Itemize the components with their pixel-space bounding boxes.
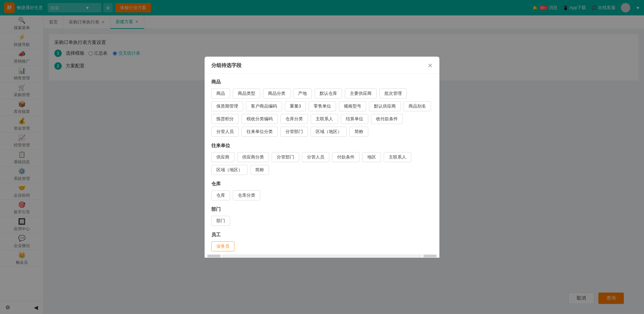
field-tag-shelf-life[interactable]: 保质期管理 xyxy=(211,101,243,111)
field-tag-warehouse[interactable]: 仓库 xyxy=(211,190,230,200)
field-tag-short-name-partner[interactable]: 简称 xyxy=(250,165,269,175)
field-tag-region-partner[interactable]: 区域（地区） xyxy=(211,165,248,175)
field-tag-default-warehouse[interactable]: 默认仓库 xyxy=(315,88,342,99)
field-tag-salesperson[interactable]: 业务员 xyxy=(211,241,234,251)
section-employee-tags: 业务员 xyxy=(211,241,433,251)
modal-title: 分组待选字段 xyxy=(211,62,241,69)
field-tag-retail-unit[interactable]: 零售单位 xyxy=(309,101,336,111)
field-tag-warehouse-category[interactable]: 仓库分类 xyxy=(280,114,308,124)
modal-hscroll[interactable] xyxy=(205,254,439,258)
section-employee-title: 员工 xyxy=(211,232,433,238)
section-goods-tags: 商品 商品类型 商品分类 产地 默认仓库 主要供应商 批次管理 保质期管理 客户… xyxy=(211,88,433,137)
field-tag-partner-category[interactable]: 往来单位分类 xyxy=(241,127,278,137)
modal-overlay: 分组待选字段 ✕ 商品 商品 商品类型 商品分类 产地 默认仓库 主要供应商 批… xyxy=(0,0,644,314)
field-tag-main-contact[interactable]: 主联系人 xyxy=(311,114,338,124)
field-tag-region-goods[interactable]: 区域（地区） xyxy=(311,127,347,137)
section-employee: 员工 业务员 xyxy=(211,232,433,251)
field-tag-warehouse-cat[interactable]: 仓库分类 xyxy=(233,190,260,200)
field-tag-goods-type[interactable]: 商品类型 xyxy=(233,88,260,99)
field-tag-weight3[interactable]: 重量3 xyxy=(285,101,306,111)
field-tag-goods[interactable]: 商品 xyxy=(211,88,230,99)
field-tag-manager[interactable]: 分管人员 xyxy=(211,127,239,137)
field-tag-batch-mgmt[interactable]: 批次管理 xyxy=(379,88,407,99)
section-partner: 往来单位 供应商 供应商分类 分管部门 分管人员 付款条件 地区 主联系人 区域… xyxy=(211,143,433,175)
section-goods: 商品 商品 商品类型 商品分类 产地 默认仓库 主要供应商 批次管理 保质期管理… xyxy=(211,79,433,137)
section-department-tags: 部门 xyxy=(211,216,433,226)
field-tag-origin[interactable]: 产地 xyxy=(293,88,312,99)
field-tag-payment-terms[interactable]: 收付款条件 xyxy=(371,114,403,124)
field-tag-main-contact2[interactable]: 主联系人 xyxy=(384,152,411,162)
field-tag-settlement-unit[interactable]: 结算单位 xyxy=(341,114,368,124)
field-tag-customer-code[interactable]: 客户商品编码 xyxy=(246,101,282,111)
field-tag-goods-category[interactable]: 商品分类 xyxy=(263,88,290,99)
field-tag-short-name-goods[interactable]: 简称 xyxy=(350,127,368,137)
field-tag-managing-dept[interactable]: 分管部门 xyxy=(272,152,299,162)
section-warehouse: 仓库 仓库 仓库分类 xyxy=(211,181,433,200)
field-tag-supplier[interactable]: 供应商 xyxy=(211,152,234,162)
field-tag-tax-code[interactable]: 税收分类编码 xyxy=(241,114,278,124)
field-tag-dept[interactable]: 分管部门 xyxy=(280,127,308,137)
field-tag-spec-model[interactable]: 规格型号 xyxy=(339,101,366,111)
field-tag-goods-alias[interactable]: 商品别名 xyxy=(404,101,431,111)
modal-header: 分组待选字段 ✕ xyxy=(205,57,439,74)
section-warehouse-tags: 仓库 仓库分类 xyxy=(211,190,433,200)
field-tag-pick-points[interactable]: 拣货积分 xyxy=(211,114,239,124)
modal-close-button[interactable]: ✕ xyxy=(428,62,433,69)
field-tag-main-supplier[interactable]: 主要供应商 xyxy=(345,88,377,99)
section-goods-title: 商品 xyxy=(211,79,433,85)
section-partner-tags: 供应商 供应商分类 分管部门 分管人员 付款条件 地区 主联系人 区域（地区） … xyxy=(211,152,433,175)
section-department: 部门 部门 xyxy=(211,206,433,226)
section-department-title: 部门 xyxy=(211,206,433,212)
modal-body[interactable]: 商品 商品 商品类型 商品分类 产地 默认仓库 主要供应商 批次管理 保质期管理… xyxy=(205,74,439,254)
field-tag-payment-cond[interactable]: 付款条件 xyxy=(332,152,360,162)
field-tag-default-supplier[interactable]: 默认供应商 xyxy=(369,101,401,111)
field-tag-area[interactable]: 地区 xyxy=(362,152,381,162)
field-tag-managing-person[interactable]: 分管人员 xyxy=(302,152,329,162)
field-tag-supplier-category[interactable]: 供应商分类 xyxy=(237,152,269,162)
section-partner-title: 往来单位 xyxy=(211,143,433,149)
field-select-modal: 分组待选字段 ✕ 商品 商品 商品类型 商品分类 产地 默认仓库 主要供应商 批… xyxy=(205,57,439,258)
section-warehouse-title: 仓库 xyxy=(211,181,433,187)
field-tag-department[interactable]: 部门 xyxy=(211,216,230,226)
